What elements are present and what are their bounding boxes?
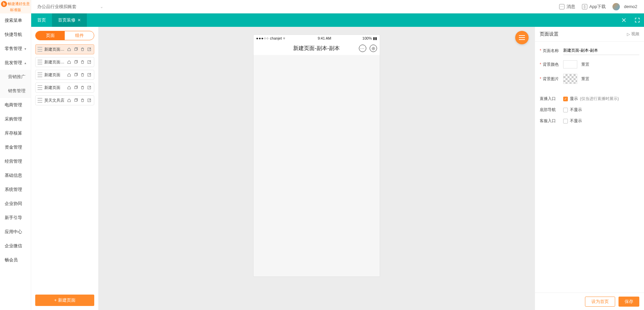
messages-label: 消息 bbox=[567, 4, 575, 10]
user-menu[interactable]: demo2 bbox=[612, 3, 637, 10]
home-icon[interactable] bbox=[66, 98, 72, 103]
video-help-link[interactable]: ▷ 视频 bbox=[627, 31, 639, 37]
sidebar-item-label: 系统管理 bbox=[5, 187, 22, 193]
field-bottomnav-label: 底部导航 bbox=[540, 107, 563, 113]
sidebar-item-5[interactable]: 销售管理 bbox=[0, 84, 31, 98]
bgcolor-swatch[interactable] bbox=[563, 60, 577, 68]
fullscreen-button[interactable] bbox=[631, 18, 644, 22]
segment-components[interactable]: 组件 bbox=[65, 31, 94, 40]
sidebar-item-1[interactable]: 快捷导航 bbox=[0, 28, 31, 42]
field-bgimg-label: 背景图片 bbox=[543, 76, 559, 81]
segment-pages[interactable]: 页面 bbox=[36, 31, 65, 40]
open-icon[interactable] bbox=[87, 85, 92, 90]
sidebar-item-11[interactable]: 基础信息 bbox=[0, 168, 31, 183]
canvas[interactable]: ●●●○○ chanjet ᯤ 9:41 AM 100% ▮▮ 新建页面-副本-… bbox=[98, 27, 535, 310]
copy-icon[interactable] bbox=[73, 59, 78, 65]
logo-edition: 标准版 bbox=[10, 7, 21, 12]
messages-button[interactable]: ⋯ 消息 bbox=[559, 4, 575, 10]
capsule-target-icon[interactable]: ◎ bbox=[370, 45, 377, 52]
open-icon[interactable] bbox=[87, 47, 92, 52]
copy-icon[interactable] bbox=[73, 98, 78, 103]
field-cs-label: 客服入口 bbox=[540, 118, 563, 124]
sidebar-item-4[interactable]: 营销推广 bbox=[0, 70, 31, 84]
sidebar-item-9[interactable]: 资金管理 bbox=[0, 140, 31, 154]
drag-handle-icon[interactable] bbox=[38, 47, 42, 52]
sidebar-item-12[interactable]: 系统管理 bbox=[0, 183, 31, 197]
app-download-button[interactable]: ▯ App下载 bbox=[582, 4, 606, 10]
sidebar-item-label: 搜索菜单 bbox=[5, 17, 22, 23]
drag-handle-icon[interactable] bbox=[38, 85, 42, 90]
settings-title: 页面设置 bbox=[540, 31, 558, 37]
sidebar-item-6[interactable]: 电商管理 bbox=[0, 98, 31, 112]
page-row[interactable]: 新建页面-副本 bbox=[35, 57, 94, 67]
page-name-input[interactable] bbox=[563, 46, 639, 55]
delete-icon[interactable] bbox=[80, 98, 85, 103]
drawer-toggle-button[interactable] bbox=[515, 31, 529, 44]
field-bgcolor-label: 背景颜色 bbox=[543, 62, 559, 67]
bottomnav-checkbox[interactable] bbox=[563, 108, 568, 112]
sidebar-item-label: 企业协同 bbox=[5, 201, 22, 207]
chat-icon: ⋯ bbox=[559, 4, 565, 9]
sidebar-item-label: 快捷导航 bbox=[5, 32, 22, 38]
page-list: 新建页面-副本...新建页面-副本新建页面新建页面昊天文具店 bbox=[35, 44, 94, 105]
open-icon[interactable] bbox=[87, 98, 92, 103]
delete-icon[interactable] bbox=[80, 47, 85, 52]
account-set-selector[interactable]: 办公品行业模拟账套 ⌄ bbox=[37, 4, 103, 10]
bgimg-reset-link[interactable]: 重置 bbox=[581, 76, 589, 82]
drag-handle-icon[interactable] bbox=[38, 98, 42, 103]
page-row[interactable]: 新建页面 bbox=[35, 83, 94, 93]
home-icon[interactable] bbox=[66, 47, 72, 52]
live-checkbox[interactable]: ✓ bbox=[563, 97, 568, 101]
drag-handle-icon[interactable] bbox=[38, 72, 42, 77]
phone-preview: ●●●○○ chanjet ᯤ 9:41 AM 100% ▮▮ 新建页面-副本-… bbox=[254, 35, 380, 276]
logo[interactable]: b 畅捷通好生意 标准版 bbox=[0, 0, 31, 13]
home-icon[interactable] bbox=[66, 85, 72, 90]
sidebar-item-7[interactable]: 采购管理 bbox=[0, 112, 31, 126]
tab-editor-label: 首页装修 bbox=[58, 17, 75, 23]
save-button[interactable]: 保存 bbox=[619, 297, 639, 307]
sidebar-item-17[interactable]: 畅会员 bbox=[0, 253, 31, 267]
phone-page-title: 新建页面-副本-副本 bbox=[293, 45, 340, 52]
copy-icon[interactable] bbox=[73, 85, 78, 90]
phone-time: 9:41 AM bbox=[318, 36, 331, 40]
bgcolor-reset-link[interactable]: 重置 bbox=[581, 62, 589, 67]
home-icon[interactable] bbox=[66, 59, 72, 65]
sidebar-item-14[interactable]: 新手引导 bbox=[0, 211, 31, 225]
sidebar-item-8[interactable]: 库存核算 bbox=[0, 126, 31, 140]
page-name: 新建页面-副本... bbox=[44, 47, 64, 52]
cs-checkbox[interactable] bbox=[563, 119, 568, 123]
drag-handle-icon[interactable] bbox=[38, 60, 42, 64]
set-home-button[interactable]: 设为首页 bbox=[585, 297, 615, 307]
tab-page-editor[interactable]: 首页装修 ✕ bbox=[52, 13, 87, 27]
home-icon[interactable] bbox=[66, 72, 72, 78]
open-icon[interactable] bbox=[87, 59, 92, 65]
delete-icon[interactable] bbox=[80, 72, 85, 78]
new-page-button[interactable]: + 新建页面 bbox=[35, 295, 94, 306]
sidebar-item-13[interactable]: 企业协同 bbox=[0, 197, 31, 211]
sidebar-item-label: 畅会员 bbox=[5, 257, 18, 263]
phone-body[interactable] bbox=[254, 55, 380, 276]
bgimg-swatch[interactable] bbox=[563, 74, 577, 84]
sidebar-item-10[interactable]: 经营管理 bbox=[0, 154, 31, 168]
play-icon: ▷ bbox=[627, 32, 630, 37]
page-row[interactable]: 新建页面-副本... bbox=[35, 44, 94, 54]
page-row[interactable]: 昊天文具店 bbox=[35, 95, 94, 105]
svg-rect-2 bbox=[75, 74, 77, 76]
page-row[interactable]: 新建页面 bbox=[35, 70, 94, 80]
copy-icon[interactable] bbox=[73, 72, 78, 78]
tab-bar: 首页 首页装修 ✕ bbox=[31, 13, 644, 27]
open-icon[interactable] bbox=[87, 72, 92, 78]
sidebar-item-15[interactable]: 应用中心 bbox=[0, 225, 31, 239]
sidebar-item-16[interactable]: 企业微信 bbox=[0, 239, 31, 253]
close-all-button[interactable] bbox=[617, 18, 631, 22]
close-icon[interactable]: ✕ bbox=[77, 18, 81, 22]
sidebar-item-0[interactable]: 搜索菜单 bbox=[0, 13, 31, 28]
tab-home[interactable]: 首页 bbox=[31, 13, 52, 27]
sidebar-item-3[interactable]: 批发管理▴ bbox=[0, 56, 31, 70]
copy-icon[interactable] bbox=[73, 47, 78, 52]
phone-icon: ▯ bbox=[582, 4, 587, 9]
capsule-more-icon[interactable]: ··· bbox=[359, 45, 366, 52]
sidebar-item-2[interactable]: 零售管理▾ bbox=[0, 42, 31, 56]
delete-icon[interactable] bbox=[80, 59, 85, 65]
delete-icon[interactable] bbox=[80, 85, 85, 90]
